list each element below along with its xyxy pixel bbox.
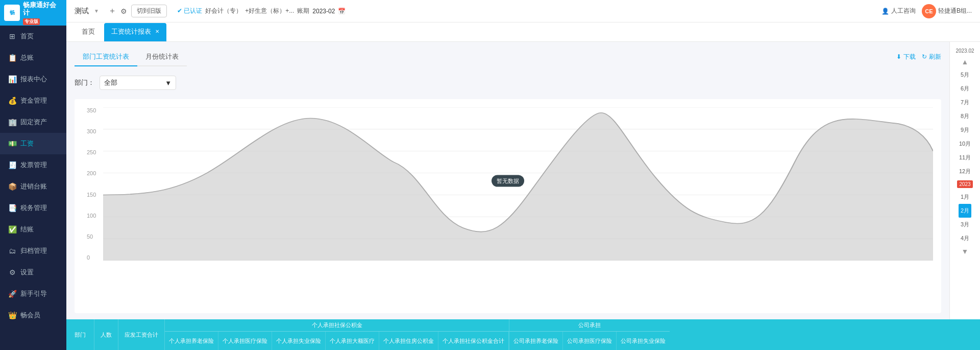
month-after-2[interactable]: 3月 — [959, 218, 971, 231]
nav-up-arrow[interactable]: ▲ — [960, 56, 971, 68]
group-company-cols: 公司承担养老保险 公司承担医疗保险 公司承担失业保险 — [509, 332, 670, 350]
topbar-title: 测试 — [75, 7, 89, 16]
logo-sub: 专业版 — [23, 18, 40, 25]
add-button[interactable]: ＋ — [108, 6, 116, 16]
sidebar-item-close[interactable]: ✅结账 — [0, 219, 66, 240]
sidebar-item-ledger[interactable]: 📋总账 — [0, 47, 66, 68]
status-verified: ✔ 已认证 — [177, 7, 202, 15]
sidebar-label-invoice: 发票管理 — [20, 160, 47, 170]
sub-tab-dept[interactable]: 部门工资统计表 — [75, 48, 137, 66]
status-type: 好会计（专） — [205, 7, 242, 15]
month-after-3[interactable]: 4月 — [959, 231, 971, 245]
download-button[interactable]: ⬇ 下载 — [896, 53, 916, 61]
y-label-350: 350 — [87, 107, 96, 113]
month-after-0[interactable]: 1月 — [959, 190, 971, 204]
sidebar-icon-salary: 💵 — [8, 139, 16, 148]
gear-button[interactable]: ⚙ — [120, 7, 127, 15]
sub-tab-label-monthly: 月份统计表 — [145, 53, 179, 60]
col-personal-medical: 个人承担医疗保险 — [218, 332, 272, 350]
topbar-dropdown-arrow[interactable]: ▼ — [94, 8, 99, 14]
refresh-button[interactable]: ↻ 刷新 — [922, 53, 941, 61]
group-personal-label: 个人承担社保公积金 — [165, 319, 509, 332]
months-before: 5月6月7月8月9月10月11月12月 — [957, 68, 973, 178]
nav-down-arrow[interactable]: ▼ — [960, 245, 971, 258]
group-company-label: 公司承担 — [509, 319, 670, 332]
month-before-5[interactable]: 10月 — [957, 137, 973, 151]
sidebar-item-reports[interactable]: 📊报表中心 — [0, 68, 66, 90]
sidebar-icon-member: 👑 — [8, 311, 16, 319]
right-panel: 2023.02 ▲ 5月6月7月8月9月10月11月12月 2023 1月2月3… — [949, 42, 980, 319]
topbar-status: ✔ 已认证 好会计（专） +好生意（标）+... 账期 2023-02 📅 — [177, 7, 346, 15]
sub-tabs-bar: 部门工资统计表月份统计表 ⬇ 下载 ↻ 刷新 — [75, 48, 941, 66]
dept-filter-label: 部门： — [75, 78, 94, 87]
sidebar-item-guide[interactable]: 🚀新手引导 — [0, 283, 66, 305]
bottom-table: 部门 人数 应发工资合计 个人承担社保公积金 个人承担养老保险 — [66, 319, 980, 350]
chart-inner: 350 300 250 200 150 100 50 0 — [83, 107, 933, 261]
y-label-0: 0 — [87, 254, 96, 261]
sidebar-item-salary[interactable]: 💵工资 — [0, 133, 66, 154]
switch-version-button[interactable]: 切到旧版 — [131, 5, 167, 17]
calendar-icon[interactable]: 📅 — [338, 8, 346, 15]
col-dept: 部门 — [66, 319, 94, 350]
sidebar-label-sales: 进销台账 — [20, 182, 47, 191]
sidebar-label-settings: 设置 — [20, 268, 34, 277]
sidebar-icon-funds: 💰 — [8, 97, 16, 105]
refresh-icon: ↻ — [922, 53, 927, 60]
month-before-7[interactable]: 12月 — [957, 165, 973, 178]
sidebar-item-invoice[interactable]: 🧾发票管理 — [0, 154, 66, 176]
dept-select[interactable]: 全部 ▼ — [100, 76, 176, 90]
tab-home[interactable]: 首页 — [75, 23, 102, 41]
dept-select-value: 全部 — [104, 78, 117, 87]
tab-label-salary-report: 工资统计报表 — [111, 27, 151, 36]
logo-title: 畅康通好会计 — [23, 1, 62, 17]
sidebar-icon-guide: 🚀 — [8, 290, 16, 298]
sidebar-icon-home: ⊞ — [8, 32, 16, 40]
sidebar-icon-invoice: 🧾 — [8, 161, 16, 169]
sidebar-label-funds: 资金管理 — [20, 96, 47, 105]
month-before-0[interactable]: 5月 — [957, 68, 973, 82]
month-before-4[interactable]: 9月 — [957, 123, 973, 137]
col-company-pension: 公司承担养老保险 — [509, 332, 563, 350]
tabs-container: 首页工资统计报表✕ — [75, 23, 166, 41]
sidebar-label-guide: 新手引导 — [20, 289, 47, 298]
sidebar-items: ⊞首页📋总账📊报表中心💰资金管理🏢固定资产💵工资🧾发票管理📦进销台账📑税务管理✅… — [0, 26, 66, 326]
dept-select-arrow: ▼ — [165, 79, 172, 87]
sidebar-item-settings[interactable]: ⚙设置 — [0, 262, 66, 283]
status-period-label: 账期 — [297, 7, 309, 15]
sidebar-item-sales[interactable]: 📦进销台账 — [0, 176, 66, 197]
sidebar-item-archive[interactable]: 🗂归档管理 — [0, 240, 66, 262]
tab-label-home: 首页 — [82, 27, 95, 36]
group-personal-cols: 个人承担养老保险 个人承担医疗保险 个人承担失业保险 个人承担大额医疗 个人承担… — [165, 332, 509, 350]
col-personal-total: 个人承担社保公积金合计 — [438, 332, 509, 350]
sub-tabs-container: 部门工资统计表月份统计表 — [75, 48, 187, 66]
sidebar-icon-settings: ⚙ — [8, 268, 16, 276]
month-before-1[interactable]: 6月 — [957, 82, 973, 96]
sidebar-icon-close: ✅ — [8, 225, 16, 234]
sidebar: 畅 畅康通好会计 专业版 ⊞首页📋总账📊报表中心💰资金管理🏢固定资产💵工资🧾发票… — [0, 0, 66, 350]
content: 部门工资统计表月份统计表 ⬇ 下载 ↻ 刷新 部门： — [66, 42, 980, 319]
sidebar-item-home[interactable]: ⊞首页 — [0, 26, 66, 47]
sub-tab-monthly[interactable]: 月份统计表 — [137, 48, 187, 66]
month-before-2[interactable]: 7月 — [957, 96, 973, 109]
logo-icon: 畅 — [4, 5, 20, 21]
sidebar-label-tax: 税务管理 — [20, 203, 47, 213]
tab-close-salary-report[interactable]: ✕ — [155, 29, 159, 34]
tab-salary-report[interactable]: 工资统计报表✕ — [104, 23, 166, 41]
sidebar-icon-reports: 📊 — [8, 75, 16, 83]
y-label-300: 300 — [87, 128, 96, 134]
tabs-bar: 首页工资统计报表✕ — [66, 22, 980, 42]
sidebar-item-assets[interactable]: 🏢固定资产 — [0, 111, 66, 133]
chart-tooltip: 暂无数据 — [492, 175, 524, 187]
month-before-6[interactable]: 11月 — [957, 151, 973, 165]
sidebar-item-funds[interactable]: 💰资金管理 — [0, 90, 66, 111]
sidebar-item-tax[interactable]: 📑税务管理 — [0, 197, 66, 219]
sidebar-label-home: 首页 — [20, 32, 34, 41]
consult-button[interactable]: 👤 人工咨询 — [881, 7, 916, 15]
chart-container: 350 300 250 200 150 100 50 0 — [75, 99, 941, 313]
sidebar-item-member[interactable]: 👑畅会员 — [0, 305, 66, 326]
user-avatar: CE — [922, 4, 936, 18]
month-after-1[interactable]: 2月 — [959, 204, 971, 218]
sidebar-label-reports: 报表中心 — [20, 75, 47, 84]
month-before-3[interactable]: 8月 — [957, 109, 973, 123]
topbar-right: 👤 人工咨询 CE 轻捷通B组... — [881, 4, 972, 18]
